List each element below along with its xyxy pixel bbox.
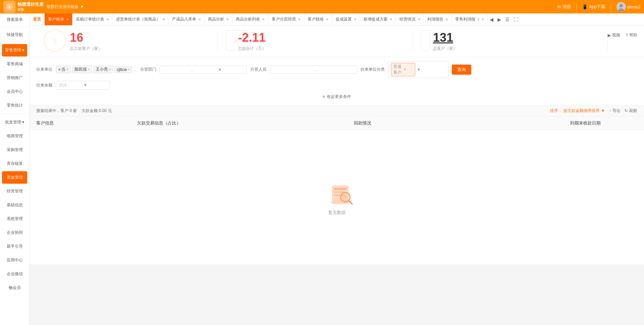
- filter-tag-cjttcw: cjttcw ×: [115, 66, 132, 73]
- filter-tag-close-wu[interactable]: ×: [67, 68, 69, 71]
- category-select[interactable]: 普通客户 × ▼: [388, 61, 448, 78]
- tab-prev-btn[interactable]: ◀: [488, 13, 496, 26]
- sidebar-item-base-info[interactable]: 基础信息: [2, 199, 27, 211]
- tab-profit-report[interactable]: 利润报告 ✕: [424, 13, 452, 26]
- top-bar-right: ✉ 消息 📱 App下载 demo2: [557, 2, 641, 11]
- tab-close-goods-list[interactable]: ✕: [262, 17, 265, 21]
- logo: ¥ 畅捷通好生意 标版: [3, 1, 44, 13]
- app-download-btn[interactable]: 📱 App下载: [582, 4, 605, 10]
- dept-select[interactable]: ... ▼: [160, 66, 247, 74]
- filter-tag-close-normal[interactable]: ×: [404, 67, 413, 72]
- sidebar-item-wholesale[interactable]: 批发管理 ▾: [2, 116, 27, 129]
- sidebar-item-operations[interactable]: 经营管理: [2, 185, 27, 197]
- stats-actions: ▶ 视频 ? 帮助: [608, 31, 637, 51]
- top-bar: ¥ 畅捷通好生意 标版 母婴行业演示账套 ▼ ✉ 消息 📱 App下载: [0, 0, 644, 13]
- divider: [0, 28, 29, 28]
- sidebar-item-finance[interactable]: 资金管理: [2, 171, 27, 184]
- tab-close-goods[interactable]: ✕: [226, 17, 229, 21]
- tab-accounts[interactable]: 客户账本 ✕: [45, 13, 73, 26]
- filter-more-btn[interactable]: ...: [133, 67, 137, 72]
- tab-customer-tier[interactable]: 客户分层经营 ✕: [268, 13, 304, 26]
- table-body: 暂无数据: [30, 130, 644, 264]
- category-label: 往来单位分类: [360, 67, 385, 72]
- filter-tag-close-chen[interactable]: ×: [88, 68, 90, 71]
- tab-promotion-settings[interactable]: 提成设置 ✕: [332, 13, 360, 26]
- tab-close-production[interactable]: ✕: [198, 17, 201, 21]
- col-overdue-date: 到期未收款日期: [570, 120, 637, 126]
- user-avatar[interactable]: demo2: [616, 2, 641, 11]
- separator: [576, 3, 577, 10]
- tab-fullscreen-btn[interactable]: ⛶: [512, 13, 520, 26]
- sidebar-item-app-center[interactable]: 应用中心: [2, 254, 27, 266]
- svg-rect-10: [432, 36, 441, 51]
- sidebar-item-enterprise-wechat[interactable]: 企业微信: [2, 268, 27, 280]
- table-header: 客户信息 欠款交易信息（占比） 回款情况 到期未收款日期: [30, 117, 644, 130]
- tab-goods-list[interactable]: 商品分析列表 ✕: [232, 13, 268, 26]
- filter-tag-wu: × 伍 ×: [56, 66, 71, 73]
- tab-production-inbound[interactable]: 产成品入库单 ✕: [169, 13, 205, 26]
- sort-dropdown[interactable]: 排序： 排序：按欠款金额倒序排序 按欠款金额倒序排序 ▼: [550, 108, 605, 114]
- col-customer-info: 客户信息: [36, 120, 137, 126]
- sidebar-item-purchase[interactable]: 采购管理: [2, 144, 27, 156]
- tab-close-inbound[interactable]: ✕: [162, 17, 165, 21]
- svg-text:¥: ¥: [8, 5, 11, 9]
- logo-title: 畅捷通好生意: [17, 1, 44, 7]
- account-dropdown[interactable]: 母婴行业演示账套 ▼: [44, 3, 87, 11]
- refresh-btn[interactable]: ↻ 刷新: [625, 108, 637, 114]
- sidebar-item-vip-member[interactable]: 畅会员: [2, 282, 27, 294]
- person-label: 分管人员: [250, 67, 266, 72]
- sidebar-item-inventory[interactable]: 库存核算: [2, 157, 27, 170]
- sidebar-item-marketing[interactable]: 营销推广: [2, 72, 27, 84]
- sidebar-search[interactable]: 搜索菜单: [0, 13, 29, 26]
- tab-inbound-stats[interactable]: 进货单统计表（按商品） ✕: [113, 13, 169, 26]
- tab-menu-btn[interactable]: ☰: [503, 13, 512, 26]
- tab-purchase-order[interactable]: 采购订单统计表 ✕: [73, 13, 113, 26]
- tab-close-retail-profit[interactable]: ✕: [481, 17, 484, 21]
- logo-icon: ¥: [3, 1, 15, 13]
- sidebar-item-system[interactable]: 系统管理: [2, 213, 27, 225]
- video-btn[interactable]: ▶ 视频: [608, 32, 620, 38]
- filter-row-2: 往来余额 选择... ▼: [36, 81, 637, 90]
- sidebar-item-retail-management[interactable]: 零售管理 ▾: [2, 44, 27, 57]
- results-bar: 搜索结果中，客户 0 家 欠款金额 0.00 元 排序： 排序：按欠款金额倒序排…: [30, 105, 644, 117]
- collapse-btn[interactable]: ∧ 收起更多条件: [36, 93, 637, 101]
- quick-nav[interactable]: 快捷导航: [0, 29, 29, 40]
- tab-customer-contact[interactable]: 客户联络 ✕: [304, 13, 332, 26]
- tab-close-accounts[interactable]: ✕: [66, 17, 69, 21]
- tab-close-profit[interactable]: ✕: [445, 17, 448, 21]
- tab-next-btn[interactable]: ▶: [496, 13, 503, 26]
- tab-business-status[interactable]: 经营情况 ✕: [396, 13, 424, 26]
- results-debt-label: 欠款金额: [82, 108, 98, 113]
- svg-rect-9: [421, 31, 430, 51]
- help-btn[interactable]: ? 帮助: [626, 32, 637, 38]
- filter-tag-close-wang[interactable]: ×: [109, 68, 111, 71]
- tab-close-tier[interactable]: ✕: [298, 17, 301, 21]
- divider2: [0, 42, 29, 42]
- person-select[interactable]: ...: [270, 66, 357, 74]
- tab-new-promotion[interactable]: 新增提成方案 ✕: [360, 13, 396, 26]
- query-button[interactable]: 查询: [452, 65, 471, 75]
- tab-close-business[interactable]: ✕: [418, 17, 420, 21]
- tab-home[interactable]: 首页: [30, 13, 45, 26]
- results-count-value: 0: [70, 108, 72, 113]
- tab-close-new-promo[interactable]: ✕: [390, 17, 392, 21]
- tab-retail-profit[interactable]: 零售利润报（ ✕: [452, 13, 488, 26]
- logo-sub: 标版: [17, 7, 44, 12]
- filter-tag-close-cjttcw[interactable]: ×: [128, 68, 130, 71]
- sidebar-item-membership[interactable]: 会员中心: [2, 85, 27, 98]
- sidebar-item-ecommerce[interactable]: 电商管理: [2, 130, 27, 142]
- tab-close-purchase[interactable]: ✕: [106, 17, 109, 21]
- tab-close-promo[interactable]: ✕: [354, 17, 356, 21]
- sidebar-item-retail-stats[interactable]: 零售统计: [2, 99, 27, 112]
- tab-goods-analysis[interactable]: 商品分析 ✕: [205, 13, 232, 26]
- message-btn[interactable]: ✉ 消息: [557, 4, 571, 10]
- sidebar-item-retail-mall[interactable]: 零售商城: [2, 58, 27, 70]
- unit-label: 往来单位: [36, 67, 52, 72]
- stat-debt-customers-label: 总欠款客户（家）: [70, 46, 102, 51]
- tab-close-contact[interactable]: ✕: [326, 17, 329, 21]
- export-btn[interactable]: ↑ 导出: [609, 108, 620, 114]
- balance-select[interactable]: 选择... ▼: [56, 81, 110, 90]
- sidebar-item-new-guide[interactable]: 新手引导: [2, 240, 27, 253]
- stat-debt-amount: ✕ -2.11 欠款合计（万）: [218, 31, 413, 51]
- sidebar-item-enterprise-collab[interactable]: 企业协同: [2, 226, 27, 239]
